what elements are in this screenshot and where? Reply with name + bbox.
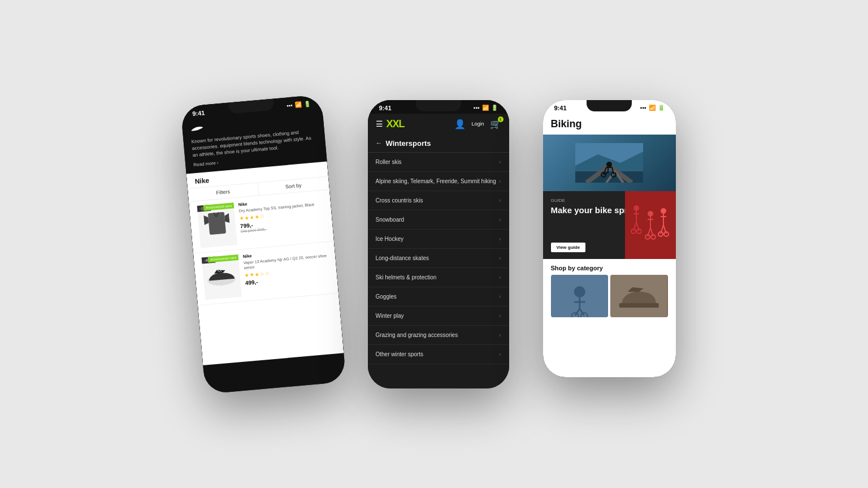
- chevron-goggles: ›: [499, 293, 501, 300]
- menu-item-long-distance[interactable]: Long-distance skates ›: [368, 249, 509, 268]
- phones-container: 9:41 ▪▪▪ 📶 🔋 Known for revolutionary spo…: [193, 100, 676, 388]
- xxl-nav-left: ☰ XXL: [376, 118, 405, 130]
- xxl-header: ☰ XXL 👤 Login 🛒 1: [368, 114, 509, 135]
- nike-product-section: Nike Filters Sort by -15% Annonserad var…: [186, 161, 344, 365]
- cart-badge: 1: [498, 116, 504, 122]
- biking-page-title: Biking: [543, 114, 676, 135]
- product-image-1: -15% Annonserad vara: [197, 202, 237, 247]
- status-icons-3: ▪▪▪ 📶 🔋: [640, 105, 665, 111]
- chevron-alpine: ›: [499, 178, 501, 184]
- svg-point-7: [633, 205, 639, 211]
- phone-biking: 9:41 ▪▪▪ 📶 🔋 Biking: [543, 100, 676, 377]
- person-icon: 👤: [454, 119, 466, 129]
- product-image-2: -45% Annonserad vara: [201, 254, 241, 299]
- hamburger-icon[interactable]: ☰: [376, 119, 383, 128]
- biking-hero-image: [543, 135, 676, 191]
- shoe-image: [205, 265, 238, 288]
- menu-item-goggles[interactable]: Goggles ›: [368, 287, 509, 306]
- chevron-grazing: ›: [499, 332, 501, 338]
- chevron-long-distance: ›: [499, 255, 501, 261]
- chevron-cross-country: ›: [499, 197, 501, 204]
- ad-badge-2: Annonserad vara: [207, 254, 238, 262]
- menu-item-ice-hockey[interactable]: Ice Hockey ›: [368, 230, 509, 249]
- battery-icon: 🔋: [303, 100, 311, 107]
- wintersports-title: Wintersports: [386, 139, 431, 148]
- chevron-ski-helmets: ›: [499, 274, 501, 280]
- menu-item-roller-skis[interactable]: Roller skis ›: [368, 153, 509, 172]
- menu-item-grazing[interactable]: Grazing and grazing accessories ›: [368, 326, 509, 345]
- shoes-category-svg: [610, 275, 668, 317]
- xxl-logo: XXL: [387, 118, 405, 130]
- back-arrow-icon[interactable]: ←: [376, 139, 383, 147]
- product-info-2: Nike Vapor 13 Academy Njr AG / Q2 20, so…: [242, 246, 330, 296]
- svg-rect-21: [619, 303, 659, 308]
- cyclists-svg: [625, 191, 676, 259]
- menu-item-cross-country[interactable]: Cross countris skis ›: [368, 191, 509, 210]
- chevron-icon: ›: [216, 160, 218, 165]
- menu-item-ski-helmets[interactable]: Ski helmets & protection ›: [368, 268, 509, 287]
- menu-item-other-winter[interactable]: Other winter sports ›: [368, 345, 509, 364]
- view-guide-button[interactable]: View guide: [551, 243, 586, 252]
- xxl-nav-right: 👤 Login 🛒 1: [454, 119, 501, 129]
- status-time-1: 9:41: [192, 109, 205, 117]
- chevron-snowboard: ›: [499, 217, 501, 223]
- svg-point-13: [661, 208, 666, 214]
- guide-cyclists-image: [625, 191, 676, 259]
- battery-icon-2: 🔋: [491, 105, 498, 111]
- svg-point-10: [648, 211, 653, 217]
- xxl-section-header: ← Wintersports: [368, 135, 509, 153]
- login-label[interactable]: Login: [471, 121, 484, 127]
- wifi-icon-2: 📶: [482, 105, 489, 111]
- svg-point-17: [574, 286, 585, 297]
- nike-swoosh-icon: [190, 124, 204, 133]
- chevron-other-winter: ›: [499, 351, 501, 357]
- chevron-winter-play: ›: [499, 313, 501, 319]
- biking-category-svg: [551, 275, 609, 317]
- phone-xxl: 9:41 ▪▪▪ 📶 🔋 ☰ XXL 👤 Login 🛒: [368, 100, 509, 388]
- category-thumb-shoes[interactable]: [610, 275, 668, 317]
- menu-item-snowboard[interactable]: Snowboard ›: [368, 210, 509, 230]
- chevron-ice-hockey: ›: [499, 236, 501, 242]
- biking-hero-svg: [575, 143, 643, 183]
- guide-card: Guide Make your bike spring ready: [543, 191, 676, 259]
- notch-right: [587, 100, 632, 111]
- jacket-image: [203, 208, 231, 241]
- category-grid: [543, 275, 676, 317]
- signal-icon-2: ▪▪▪: [474, 105, 480, 111]
- shop-by-category-label: Shop by category: [543, 259, 676, 275]
- category-thumb-biking[interactable]: [551, 275, 609, 317]
- menu-item-winter-play[interactable]: Winter play ›: [368, 306, 509, 326]
- status-icons-1: ▪▪▪ 📶 🔋: [286, 100, 310, 109]
- menu-item-alpine[interactable]: Alpine skiing, Telemark, Freeride, Summi…: [368, 172, 509, 191]
- ad-badge-1: Annonserad vara: [203, 202, 233, 210]
- wifi-icon: 📶: [294, 101, 302, 107]
- signal-icon: ▪▪▪: [286, 102, 293, 109]
- cart-icon-wrap[interactable]: 🛒 1: [490, 119, 501, 129]
- signal-icon-3: ▪▪▪: [640, 105, 646, 111]
- notch-center: [416, 100, 461, 111]
- product-info-1: Nike Dry Academy Top SS, training jacket…: [238, 195, 326, 244]
- chevron-roller-skis: ›: [499, 159, 501, 165]
- xxl-menu-list: Roller skis › Alpine skiing, Telemark, F…: [368, 153, 509, 364]
- wifi-icon-3: 📶: [649, 105, 656, 111]
- phone-nike: 9:41 ▪▪▪ 📶 🔋 Known for revolutionary spo…: [180, 94, 346, 394]
- status-time-3: 9:41: [554, 105, 567, 111]
- status-time-2: 9:41: [379, 105, 392, 111]
- svg-point-3: [606, 162, 612, 167]
- battery-icon-3: 🔋: [658, 105, 665, 111]
- status-icons-2: ▪▪▪ 📶 🔋: [474, 105, 498, 111]
